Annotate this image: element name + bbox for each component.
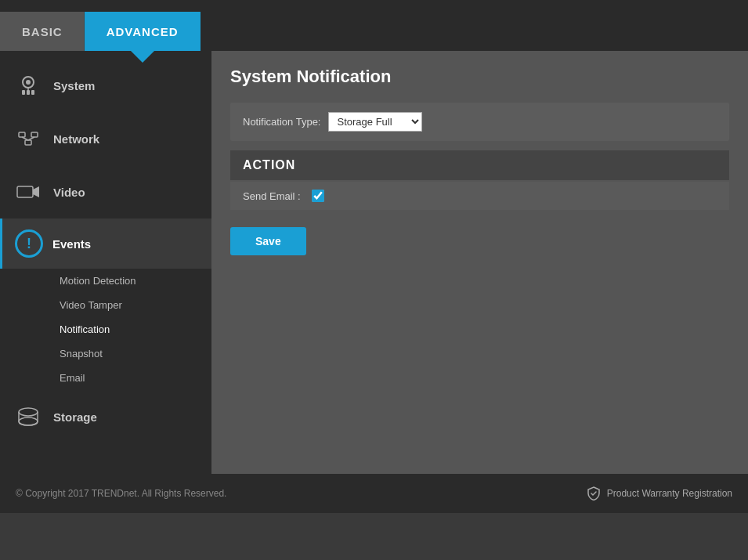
footer-right: Product Warranty Registration: [587, 486, 732, 500]
sidebar-video-label: Video: [53, 186, 85, 199]
sidebar-item-system[interactable]: System: [0, 59, 211, 112]
action-header: ACTION: [230, 150, 729, 180]
system-icon: [13, 70, 44, 101]
footer: © Copyright 2017 TRENDnet. All Rights Re…: [0, 474, 748, 513]
svg-point-15: [19, 408, 38, 416]
sidebar-item-events[interactable]: ! Events: [0, 219, 211, 269]
sidebar-events-label: Events: [52, 237, 91, 251]
svg-rect-13: [17, 186, 33, 197]
sidebar-item-video[interactable]: Video: [0, 165, 211, 219]
send-email-checkbox[interactable]: [312, 190, 324, 202]
sidebar-storage-label: Storage: [53, 410, 97, 424]
tab-advanced[interactable]: ADVANCED: [85, 12, 201, 51]
save-button[interactable]: Save: [230, 227, 306, 255]
events-submenu: Motion Detection Video Tamper Notificati…: [0, 269, 211, 390]
header-tabs: BASIC ADVANCED: [0, 0, 748, 51]
warranty-text[interactable]: Product Warranty Registration: [607, 488, 732, 499]
svg-rect-9: [25, 140, 31, 145]
content-area: System Notification Notification Type: S…: [211, 51, 748, 474]
svg-point-16: [19, 417, 38, 425]
video-icon: [13, 176, 44, 208]
storage-icon: [13, 401, 44, 432]
copyright-text: © Copyright 2017 TRENDnet. All Rights Re…: [16, 488, 226, 499]
sub-item-email[interactable]: Email: [16, 366, 211, 390]
send-email-label: Send Email :: [243, 190, 301, 202]
send-email-checkbox-wrapper: [312, 190, 324, 202]
svg-marker-14: [33, 186, 39, 197]
send-email-row: Send Email :: [230, 182, 729, 210]
notification-type-select[interactable]: Storage Full: [328, 112, 422, 132]
shield-icon: [587, 486, 601, 500]
tab-basic[interactable]: BASIC: [0, 12, 85, 51]
sub-item-notification[interactable]: Notification: [16, 317, 211, 341]
svg-rect-3: [27, 90, 30, 95]
sub-item-motion-detection[interactable]: Motion Detection: [16, 269, 211, 293]
notification-type-label: Notification Type:: [243, 116, 320, 128]
svg-point-1: [26, 80, 31, 85]
svg-rect-10: [31, 132, 38, 137]
sub-item-video-tamper[interactable]: Video Tamper: [16, 293, 211, 317]
svg-rect-8: [19, 132, 25, 137]
sidebar-system-label: System: [53, 79, 95, 92]
svg-line-11: [22, 137, 28, 140]
sidebar: System Network: [0, 51, 211, 474]
main-layout: System Network: [0, 51, 748, 474]
page-title: System Notification: [230, 67, 729, 87]
network-icon: [13, 123, 44, 154]
notification-type-row: Notification Type: Storage Full: [230, 103, 729, 141]
svg-line-12: [28, 137, 34, 140]
sub-item-snapshot[interactable]: Snapshot: [16, 341, 211, 366]
sidebar-item-network[interactable]: Network: [0, 112, 211, 165]
events-icon: !: [15, 229, 43, 258]
sidebar-item-storage[interactable]: Storage: [0, 390, 211, 443]
sidebar-network-label: Network: [53, 132, 99, 146]
